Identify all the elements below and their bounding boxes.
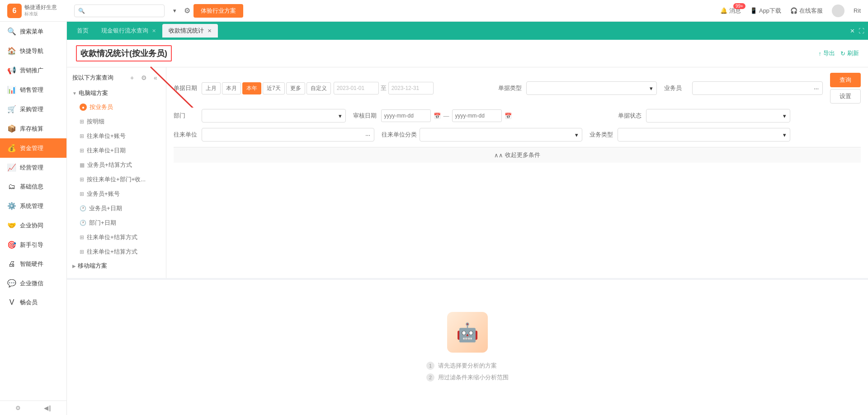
scheme-add-btn[interactable]: +	[127, 73, 137, 83]
date-btn-7days[interactable]: 近7天	[263, 82, 285, 94]
calendar-icon-from[interactable]: 📅	[434, 113, 441, 119]
partner-category-select[interactable]: ▾	[420, 128, 582, 141]
doc-type-select[interactable]: ▾	[526, 81, 657, 95]
scheme-item-salesperson-account[interactable]: ⊞ 业务员+账号	[67, 187, 166, 201]
sidebar-item-purchase[interactable]: 🛒 采购管理	[0, 99, 66, 119]
grid-icon: ⊞	[80, 133, 84, 139]
scheme-collapse-btn[interactable]: «	[151, 73, 160, 83]
filter-area: 单据日期 上月 本月 本年 近7天 更多 自定义 至	[166, 67, 868, 278]
dept-label: 部门	[174, 112, 199, 120]
sidebar-item-wechat[interactable]: 💬 企业微信	[0, 274, 66, 293]
scheme-item-salesperson-settlement[interactable]: ▦ 业务员+结算方式	[67, 158, 166, 172]
tab-bank-close[interactable]: ✕	[152, 28, 156, 34]
dept-select[interactable]: ▾	[202, 109, 346, 123]
grid-icon: ⊞	[80, 176, 84, 183]
date-from-input[interactable]	[334, 82, 379, 94]
app-download-btn[interactable]: 📱 App下载	[750, 7, 781, 15]
salesperson-select[interactable]: ···	[692, 81, 823, 95]
scheme-category-desktop[interactable]: ▼ 电脑端方案	[67, 86, 166, 100]
scheme-category-mobile[interactable]: ▶ 移动端方案	[67, 259, 166, 273]
scheme-item-detail[interactable]: ⊞ 按明细	[67, 114, 166, 129]
sidebar-item-inventory[interactable]: 📦 库存核算	[0, 119, 66, 138]
chevron-down-icon: ▾	[575, 132, 578, 138]
date-btn-more[interactable]: 更多	[286, 82, 305, 94]
chevron-down-icon: ▾	[783, 132, 786, 138]
sidebar-item-operations[interactable]: 📈 经营管理	[0, 158, 66, 177]
query-btn[interactable]: 查询	[830, 73, 861, 87]
export-btn[interactable]: ↑ 导出	[819, 49, 835, 57]
refresh-btn[interactable]: ↻ 刷新	[840, 49, 859, 57]
tab-home[interactable]: 首页	[71, 24, 95, 38]
grid-icon: ⊞	[80, 118, 84, 125]
trial-button[interactable]: 体验行业方案	[193, 4, 243, 18]
tab-close-all-icon[interactable]: ✕	[850, 28, 855, 34]
sidebar-item-sales[interactable]: 📊 销售管理	[0, 80, 66, 99]
top-header: 6 畅捷通好生意 标准版 🔍 ▾ ⚙ 体验行业方案 🔔 消息 99+ 📱 App…	[0, 0, 868, 22]
scheme-item-partner-dept-collection[interactable]: ⊞ 按往来单位+部门+收...	[67, 172, 166, 187]
scheme-item-salesperson[interactable]: ● 按业务员	[67, 100, 166, 114]
scheme-item-partner-date[interactable]: ⊞ 往来单位+日期	[67, 143, 166, 158]
review-date-from[interactable]	[381, 109, 431, 122]
sidebar-item-marketing[interactable]: 📢 营销推广	[0, 61, 66, 80]
calendar-icon-to[interactable]: 📅	[505, 113, 512, 119]
sidebar-item-finance[interactable]: 💰 资金管理	[0, 138, 66, 158]
date-btn-this-month[interactable]: 本月	[222, 82, 241, 94]
download-icon: 📱	[750, 7, 757, 14]
date-btn-custom[interactable]: 自定义	[307, 82, 331, 94]
sidebar-item-member[interactable]: V 畅会员	[0, 293, 66, 312]
sidebar-settings-icon[interactable]: ⚙	[15, 405, 21, 411]
sales-icon: 📊	[7, 85, 16, 94]
user-name[interactable]: Rit	[854, 7, 861, 14]
scheme-item-dept-date[interactable]: 🕐 部门+日期	[67, 216, 166, 230]
header-search-box[interactable]: 🔍	[74, 5, 165, 17]
clock-icon: 🕐	[80, 220, 86, 226]
app-name: 畅捷通好生意	[24, 4, 57, 10]
date-range: 至	[334, 82, 434, 94]
date-btn-this-year[interactable]: 本年	[242, 82, 261, 94]
scheme-item-salesperson-date[interactable]: 🕐 业务员+日期	[67, 201, 166, 216]
tab-collection[interactable]: 收款情况统计 ✕	[162, 24, 218, 38]
scheme-settings-btn[interactable]: ⚙	[139, 73, 149, 83]
partner-input[interactable]: ···	[202, 128, 374, 141]
home-icon: 🏠	[7, 47, 16, 55]
sidebar-item-system[interactable]: ⚙️ 系统管理	[0, 196, 66, 216]
sidebar-item-hardware[interactable]: 🖨 智能硬件	[0, 255, 66, 274]
marketing-icon: 📢	[7, 66, 16, 75]
empty-step-1: 1 请先选择要分析的方案	[426, 360, 509, 372]
empty-steps: 1 请先选择要分析的方案 2 用过滤条件来缩小分析范围	[426, 360, 509, 383]
sidebar-item-search[interactable]: 🔍 搜索菜单	[0, 22, 66, 41]
date-to-input[interactable]	[388, 82, 434, 94]
empty-step-2: 2 用过滤条件来缩小分析范围	[426, 372, 509, 383]
tab-bar-right: ✕ ⛶	[850, 28, 864, 34]
review-date-to[interactable]	[452, 109, 502, 122]
sidebar-item-quick-nav[interactable]: 🏠 快捷导航	[0, 41, 66, 61]
collapse-label: 收起更多条件	[505, 151, 540, 159]
header-gear-btn[interactable]: ⚙	[181, 5, 193, 17]
scheme-item-partner-settlement2[interactable]: ⊞ 往来单位+结算方式	[67, 245, 166, 259]
settings-btn[interactable]: 设置	[830, 89, 861, 104]
business-type-select[interactable]: ▾	[618, 128, 790, 141]
header-dropdown-btn[interactable]: ▾	[168, 5, 181, 17]
collapse-icon: ∧∧	[494, 152, 503, 159]
date-btn-last-month[interactable]: 上月	[202, 82, 221, 94]
tab-fullscreen-icon[interactable]: ⛶	[859, 28, 864, 34]
sidebar-collapse-icon[interactable]: ◀‖	[44, 405, 52, 411]
scheme-item-partner-account[interactable]: ⊞ 往来单位+账号	[67, 129, 166, 143]
messages-btn[interactable]: 🔔 消息 99+	[720, 7, 741, 15]
sidebar-item-guide[interactable]: 🎯 新手引导	[0, 235, 66, 255]
sidebar-item-enterprise[interactable]: 🤝 企业协同	[0, 216, 66, 235]
partner-category-label: 往来单位分类	[382, 131, 417, 139]
user-avatar[interactable]	[832, 5, 844, 17]
online-service-btn[interactable]: 🎧 在线客服	[790, 7, 823, 15]
clock-icon: 🕐	[80, 205, 86, 212]
tab-bank[interactable]: 现金银行流水查询 ✕	[95, 24, 162, 38]
grid-icon: ⊞	[80, 234, 84, 241]
doc-status-select[interactable]: ▾	[646, 109, 790, 123]
collapse-bar[interactable]: ∧∧ 收起更多条件	[174, 147, 861, 163]
service-icon: 🎧	[790, 7, 797, 14]
sidebar-item-basic[interactable]: 🗂 基础信息	[0, 177, 66, 196]
filter-panel: 按以下方案查询 + ⚙ « ▼ 电脑端方案 ● 按业务员 ⊞ 按明细	[67, 67, 868, 278]
chevron-right-icon: ▶	[72, 264, 76, 269]
scheme-item-partner-settlement1[interactable]: ⊞ 往来单位+结算方式	[67, 230, 166, 245]
tab-collection-close[interactable]: ✕	[208, 28, 212, 34]
